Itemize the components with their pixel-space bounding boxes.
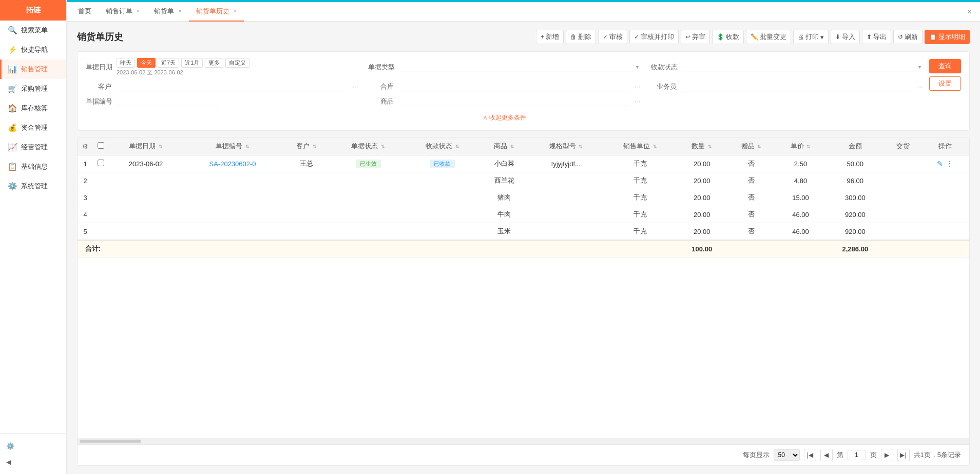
col-pay-status[interactable]: 收款状态 ⇅: [406, 137, 479, 155]
date-1month-btn[interactable]: 近1月: [181, 58, 203, 68]
add-button[interactable]: + 新增: [536, 30, 564, 44]
filter-docno-item: 单据编号: [86, 96, 358, 106]
table-settings-icon[interactable]: ⚙: [82, 143, 88, 150]
collect-button[interactable]: 💲 收款: [712, 30, 744, 44]
next-page-btn[interactable]: ▶: [881, 449, 893, 461]
abandon-button[interactable]: ↩ 弃审: [681, 30, 710, 44]
tab-sales-history[interactable]: 销货单历史 ×: [189, 2, 244, 22]
row-unit-price-cell: 2.50: [776, 155, 825, 172]
filter-salesman-input[interactable]: [681, 82, 911, 91]
filter-pay-status-select[interactable]: ▾: [682, 63, 923, 71]
col-spec[interactable]: 规格型号 ⇅: [529, 137, 603, 155]
sidebar-item-basic-info[interactable]: 📋 基础信息: [0, 157, 66, 176]
page-size-select[interactable]: 50 100 200: [774, 449, 800, 461]
filter-settings-button[interactable]: 设置: [929, 76, 961, 91]
col-doc-status[interactable]: 单据状态 ⇅: [331, 137, 405, 155]
current-page-input[interactable]: [848, 450, 866, 460]
scrollbar-thumb[interactable]: [80, 440, 141, 443]
tab-sales-order-close[interactable]: ×: [137, 8, 140, 14]
salesman-dots-btn[interactable]: ···: [917, 83, 923, 90]
inventory-icon: 🏠: [8, 104, 17, 113]
row-num-cell: 4: [78, 206, 93, 223]
last-page-btn[interactable]: ▶|: [897, 449, 910, 461]
filter-docno-input[interactable]: [117, 96, 219, 106]
query-button[interactable]: 查询: [929, 59, 961, 73]
more-action-icon[interactable]: ⋮: [945, 160, 955, 168]
sidebar-item-purchase-mgmt[interactable]: 🛒 采购管理: [0, 79, 66, 98]
row-doc-no-cell[interactable]: [183, 189, 282, 206]
export-button[interactable]: ⬆ 导出: [862, 30, 891, 44]
select-all-checkbox[interactable]: [98, 142, 104, 149]
col-doc-date[interactable]: 单据日期 ⇅: [108, 137, 183, 155]
row-checkbox[interactable]: [98, 160, 104, 166]
sidebar-bottom-settings[interactable]: ⚙️: [0, 438, 66, 454]
tab-sales-goods-close[interactable]: ×: [178, 8, 181, 14]
audit-button[interactable]: ✓ 审核: [598, 30, 627, 44]
col-transaction[interactable]: 交货: [885, 137, 921, 155]
audit-print-button[interactable]: ✓ 审核并打印: [629, 30, 679, 44]
row-pay-status-cell: [406, 223, 479, 241]
filter-doc-type-item: 单据类型 ▾: [368, 63, 640, 72]
audit-print-icon: ✓: [634, 33, 639, 41]
tab-bar-close-btn[interactable]: ×: [963, 5, 976, 18]
filter-goods-input[interactable]: [398, 96, 628, 106]
sidebar-item-inventory[interactable]: 🏠 库存核算: [0, 98, 66, 118]
col-customer[interactable]: 客户 ⇅: [282, 137, 331, 155]
show-detail-button[interactable]: 📋 显示明细: [925, 30, 970, 44]
horizontal-scrollbar[interactable]: [78, 438, 969, 444]
col-doc-no[interactable]: 单据编号 ⇅: [183, 137, 282, 155]
filter-customer-item: 客户 ···: [86, 82, 358, 91]
collect-icon: 💲: [717, 33, 724, 41]
export-icon: ⬆: [867, 33, 872, 41]
col-action-label: 操作: [938, 142, 952, 150]
refresh-button[interactable]: ↺ 刷新: [893, 30, 923, 44]
tab-home[interactable]: 首页: [71, 2, 99, 22]
col-unit-price[interactable]: 单价 ⇅: [776, 137, 825, 155]
edit-action-icon[interactable]: ✎: [935, 160, 945, 168]
delete-button[interactable]: 🗑 删除: [566, 30, 596, 44]
row-doc-no-cell[interactable]: [183, 223, 282, 241]
col-pay-status-label: 收款状态: [426, 142, 452, 150]
date-today-btn[interactable]: 今天: [137, 58, 156, 68]
date-more-btn[interactable]: 更多: [205, 58, 223, 68]
sidebar-collapse-btn[interactable]: ◀: [0, 454, 66, 470]
sidebar-item-quick-nav[interactable]: ⚡ 快捷导航: [0, 40, 66, 60]
col-goods[interactable]: 商品 ⇅: [479, 137, 529, 155]
row-doc-no-cell[interactable]: [183, 172, 282, 189]
date-custom-btn[interactable]: 自定义: [225, 58, 249, 68]
col-gift-label: 赠品: [741, 142, 755, 150]
row-transaction-cell: [885, 172, 921, 189]
date-yesterday-btn[interactable]: 昨天: [117, 58, 135, 68]
filter-customer-input[interactable]: [116, 82, 346, 91]
prev-page-btn[interactable]: ◀: [820, 449, 833, 461]
col-amount[interactable]: 金额: [825, 137, 886, 155]
filter-collapse-btn[interactable]: ∧ 收起更多条件: [86, 111, 923, 124]
filter-warehouse-input[interactable]: [398, 82, 628, 91]
batch-change-button[interactable]: ✏️ 批量变更: [746, 30, 791, 44]
col-quantity[interactable]: 数量 ⇅: [677, 137, 726, 155]
col-settings[interactable]: ⚙: [78, 137, 93, 155]
sidebar-item-finance-mgmt[interactable]: 💰 资金管理: [0, 118, 66, 137]
tab-sales-order[interactable]: 销售订单 ×: [99, 2, 147, 22]
sidebar-item-search-menu[interactable]: 🔍 搜索菜单: [0, 21, 66, 40]
row-doc-no-cell[interactable]: SA-20230602-0: [183, 155, 282, 172]
col-unit[interactable]: 销售单位 ⇅: [603, 137, 677, 155]
tab-home-label: 首页: [78, 7, 91, 16]
first-page-btn[interactable]: |◀: [804, 449, 816, 461]
tab-sales-goods[interactable]: 销货单 ×: [147, 2, 188, 22]
date-7days-btn[interactable]: 近7天: [158, 58, 179, 68]
sidebar-item-sales-mgmt[interactable]: 📊 销售管理: [0, 60, 66, 79]
sidebar-item-operations[interactable]: 📈 经营管理: [0, 137, 66, 157]
filter-doc-type-select[interactable]: ▾: [399, 63, 640, 71]
tab-sales-history-close[interactable]: ×: [234, 8, 237, 14]
import-button[interactable]: ⬇ 导入: [831, 30, 860, 44]
sidebar-item-sys-mgmt[interactable]: ⚙️ 系统管理: [0, 176, 66, 196]
warehouse-dots-btn[interactable]: ···: [635, 83, 641, 90]
customer-dots-btn[interactable]: ···: [352, 83, 358, 90]
row-doc-no-cell[interactable]: [183, 206, 282, 223]
print-button[interactable]: 🖨 打印 ▾: [793, 30, 829, 44]
col-doc-no-sort: ⇅: [245, 144, 249, 149]
doc-no-link[interactable]: SA-20230602-0: [209, 160, 256, 168]
goods-dots-btn[interactable]: ···: [635, 97, 641, 105]
col-gift[interactable]: 赠品 ⇅: [726, 137, 776, 155]
